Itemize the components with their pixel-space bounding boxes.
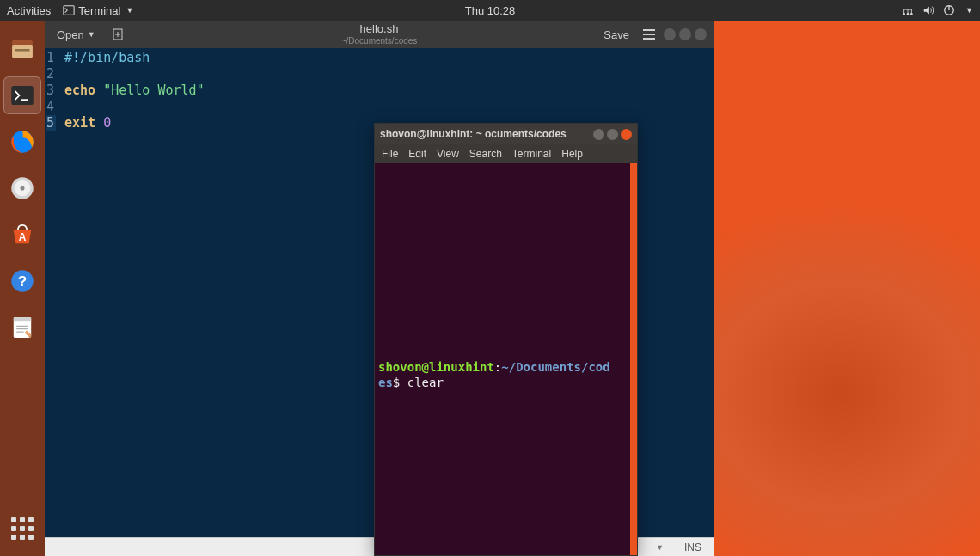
active-app-name: Terminal <box>78 4 120 17</box>
dock-rhythmbox[interactable] <box>3 169 41 207</box>
help-icon: ? <box>8 266 37 296</box>
terminal-titlebar[interactable]: shovon@linuxhint: ~ ocuments/codes <box>375 124 637 144</box>
dock-terminal[interactable] <box>3 76 41 114</box>
maximize-button[interactable] <box>607 129 618 140</box>
terminal-scrollbar[interactable] <box>630 163 637 555</box>
menu-edit[interactable]: Edit <box>408 148 426 160</box>
svg-rect-8 <box>15 49 30 52</box>
ubuntu-dock: A ? <box>0 21 45 556</box>
save-button[interactable]: Save <box>598 27 634 43</box>
terminal-output[interactable]: shovon@linuxhint:~/Documents/cod es$ cle… <box>375 163 637 555</box>
close-button[interactable] <box>695 28 707 40</box>
prompt-line-2: es$ clear <box>378 375 634 390</box>
menu-help[interactable]: Help <box>561 148 583 160</box>
dock-text-editor[interactable] <box>3 309 41 346</box>
terminal-app-icon <box>63 4 75 16</box>
svg-point-14 <box>20 186 24 190</box>
chevron-down-icon: ▼ <box>656 543 664 552</box>
text-editor-icon <box>8 313 37 342</box>
hamburger-menu-button[interactable] <box>643 29 655 40</box>
menu-terminal[interactable]: Terminal <box>512 148 551 160</box>
music-icon <box>8 174 37 203</box>
svg-rect-19 <box>14 317 31 321</box>
terminal-icon <box>8 81 37 110</box>
dock-software[interactable]: A <box>3 216 41 254</box>
chevron-down-icon: ▼ <box>126 6 133 15</box>
language-dropdown[interactable]: ▼ <box>652 543 664 552</box>
line-number-gutter: 1 2 3 4 5 <box>45 48 59 537</box>
maximize-button[interactable] <box>679 28 691 40</box>
dock-files[interactable] <box>3 30 41 68</box>
new-tab-button[interactable] <box>107 25 128 44</box>
window-controls <box>664 28 707 40</box>
system-tray[interactable]: ▼ <box>902 4 973 16</box>
file-path: ~/Documents/codes <box>341 36 418 46</box>
chevron-down-icon: ▼ <box>88 30 95 39</box>
window-title: hello.sh ~/Documents/codes <box>341 23 418 45</box>
close-button[interactable] <box>621 129 632 140</box>
insert-mode-indicator[interactable]: INS <box>684 541 701 553</box>
svg-rect-9 <box>11 86 34 105</box>
menu-search[interactable]: Search <box>469 148 502 160</box>
minimize-button[interactable] <box>593 129 604 140</box>
gnome-terminal-window: shovon@linuxhint: ~ ocuments/codes File … <box>374 123 638 556</box>
firefox-icon <box>8 127 37 156</box>
chevron-down-icon: ▼ <box>965 6 973 15</box>
dock-help[interactable]: ? <box>3 262 41 300</box>
clock[interactable]: Thu 10:28 <box>465 4 516 17</box>
menu-view[interactable]: View <box>437 148 459 160</box>
terminal-title: shovon@linuxhint: ~ ocuments/codes <box>380 128 593 140</box>
menu-file[interactable]: File <box>382 148 398 160</box>
open-label: Open <box>57 28 84 41</box>
svg-text:A: A <box>19 231 27 243</box>
show-applications-button[interactable] <box>3 510 41 547</box>
gnome-top-bar: Activities Terminal ▼ Thu 10:28 ▼ <box>0 0 980 21</box>
files-icon <box>8 34 37 64</box>
svg-text:?: ? <box>18 273 27 290</box>
power-icon[interactable] <box>943 4 955 16</box>
network-icon[interactable] <box>902 4 914 16</box>
window-controls <box>593 129 632 140</box>
prompt-line: shovon@linuxhint:~/Documents/cod <box>378 359 634 375</box>
minimize-button[interactable] <box>664 28 676 40</box>
terminal-menubar: File Edit View Search Terminal Help <box>375 144 637 163</box>
open-button[interactable]: Open ▼ <box>52 27 101 43</box>
volume-icon[interactable] <box>922 4 934 16</box>
new-document-icon <box>111 27 125 41</box>
svg-rect-0 <box>64 6 74 15</box>
software-store-icon: A <box>8 220 37 249</box>
dock-firefox[interactable] <box>3 123 41 161</box>
file-name: hello.sh <box>341 23 418 35</box>
active-app-menu[interactable]: Terminal ▼ <box>63 4 133 17</box>
activities-button[interactable]: Activities <box>7 4 51 17</box>
gedit-headerbar: Open ▼ hello.sh ~/Documents/codes Save <box>45 21 714 48</box>
